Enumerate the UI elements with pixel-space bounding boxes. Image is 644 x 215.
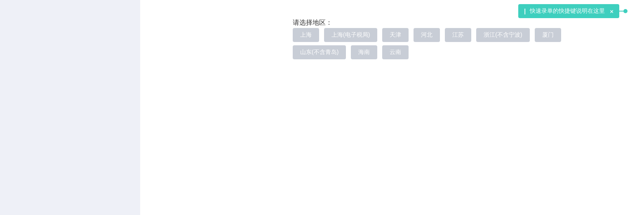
left-panel bbox=[0, 0, 140, 215]
region-btn-xiamen[interactable]: 厦门 bbox=[535, 28, 561, 42]
region-row-1: 上海上海(电子税局)天津河北江苏浙江(不含宁波)厦门 bbox=[293, 28, 561, 42]
region-btn-yunnan[interactable]: 云南 bbox=[382, 45, 409, 59]
region-btn-jiangsu[interactable]: 江苏 bbox=[445, 28, 471, 42]
region-btn-shanghai[interactable]: 上海 bbox=[293, 28, 319, 42]
tooltip-banner: 快速录单的快捷键说明在这里 × bbox=[518, 4, 619, 18]
tooltip-close-button[interactable]: × bbox=[610, 8, 613, 15]
region-btn-shandong[interactable]: 山东(不含青岛) bbox=[293, 45, 346, 59]
main-content: 请选择地区： 上海上海(电子税局)天津河北江苏浙江(不含宁波)厦门 山东(不含青… bbox=[140, 0, 644, 215]
region-btn-tianjin[interactable]: 天津 bbox=[382, 28, 409, 42]
tooltip-line bbox=[615, 11, 623, 12]
page-label: 请选择地区： bbox=[293, 19, 332, 27]
region-btn-zhejiang[interactable]: 浙江(不含宁波) bbox=[476, 28, 529, 42]
tooltip-dot bbox=[623, 9, 628, 13]
region-btn-hebei[interactable]: 河北 bbox=[414, 28, 440, 42]
region-row-2: 山东(不含青岛)海南云南 bbox=[293, 45, 409, 59]
region-btn-hainan[interactable]: 海南 bbox=[351, 45, 377, 59]
region-btn-shanghai-etax[interactable]: 上海(电子税局) bbox=[324, 28, 377, 42]
tooltip-text: 快速录单的快捷键说明在这里 bbox=[530, 7, 605, 15]
